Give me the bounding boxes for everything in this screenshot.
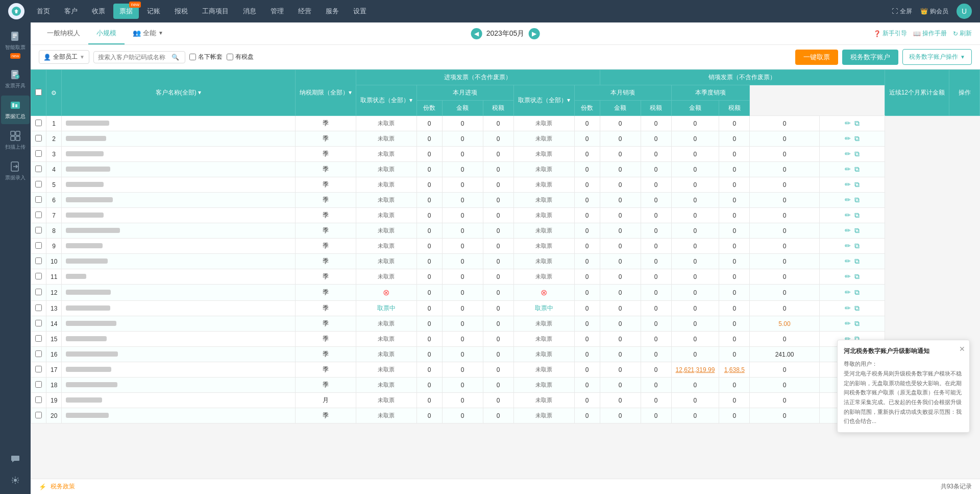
sidebar-item-scan[interactable]: 扫描上传 (1, 126, 30, 155)
copy-icon[interactable]: ⧉ (854, 257, 860, 265)
row-checkbox[interactable] (35, 335, 42, 342)
th-out-status[interactable]: 取票状态（全部）▾ (513, 85, 574, 116)
copy-icon[interactable]: ⧉ (854, 242, 860, 250)
edit-icon[interactable]: ✏ (845, 226, 851, 234)
edit-icon[interactable]: ✏ (845, 257, 851, 265)
row-refund-tax: 0 (719, 116, 750, 131)
my-account-checkbox[interactable] (189, 54, 196, 60)
sidebar-item-open-invoice[interactable]: + 发票开具 (1, 65, 30, 93)
tax-account-ops-btn[interactable]: 税务数字账户操作 ▼ (902, 49, 972, 65)
edit-icon[interactable]: ✏ (845, 180, 851, 189)
nav-tax[interactable]: 报税 (168, 4, 194, 19)
edit-icon[interactable]: ✏ (845, 211, 851, 219)
employee-select[interactable]: 👤 全部员工 ▼ (39, 50, 89, 64)
nav-management[interactable]: 管理 (264, 4, 290, 19)
row-checkbox[interactable] (35, 227, 42, 233)
notice-close-btn[interactable]: ✕ (959, 343, 965, 355)
copy-icon[interactable]: ⧉ (854, 288, 860, 296)
manual-btn[interactable]: 📖 操作手册 (913, 29, 947, 38)
row-checkbox[interactable] (35, 211, 42, 218)
edit-icon[interactable]: ✏ (845, 150, 851, 158)
refresh-btn[interactable]: ↻ 刷新 (953, 29, 972, 38)
nav-home[interactable]: 首页 (31, 4, 56, 19)
sidebar-item-chat[interactable] (1, 449, 30, 468)
row-checkbox[interactable] (35, 120, 42, 126)
search-icon[interactable]: 🔍 (172, 54, 179, 61)
edit-icon[interactable]: ✏ (845, 288, 851, 296)
row-checkbox[interactable] (35, 412, 42, 418)
select-all-checkbox[interactable] (35, 89, 42, 96)
nav-accounting[interactable]: 记账 (141, 4, 166, 19)
row-checkbox[interactable] (35, 304, 42, 311)
prev-period-btn[interactable]: ◀ (471, 28, 482, 39)
edit-icon[interactable]: ✏ (845, 165, 851, 173)
next-period-btn[interactable]: ▶ (528, 28, 540, 39)
fullscreen-btn[interactable]: ⛶ 全屏 (892, 7, 912, 16)
copy-icon[interactable]: ⧉ (854, 272, 860, 280)
status-processing: 取票中 (377, 304, 396, 312)
copy-icon[interactable]: ⧉ (854, 150, 860, 158)
edit-icon[interactable]: ✏ (845, 119, 851, 127)
copy-icon[interactable]: ⧉ (854, 319, 860, 327)
row-checkbox[interactable] (35, 150, 42, 157)
edit-icon[interactable]: ✏ (845, 196, 851, 204)
checkbox-my-account[interactable]: 名下帐套 (189, 53, 223, 61)
one-click-invoice-btn[interactable]: 一键取票 (795, 50, 838, 65)
row-checkbox[interactable] (35, 181, 42, 187)
copy-icon[interactable]: ⧉ (854, 180, 860, 189)
edit-icon[interactable]: ✏ (845, 134, 851, 143)
row-checkbox[interactable] (35, 166, 42, 172)
tax-disk-checkbox[interactable] (227, 54, 233, 60)
checkbox-tax-disk[interactable]: 有税盘 (227, 53, 254, 61)
row-checkbox[interactable] (35, 242, 42, 249)
tab-general-taxpayer[interactable]: 一般纳税人 (39, 22, 88, 44)
tax-policy-link[interactable]: 税务政策 (51, 482, 75, 491)
copy-icon[interactable]: ⧉ (854, 226, 860, 234)
nav-settings[interactable]: 设置 (347, 4, 373, 19)
column-settings-icon[interactable]: ⚙ (51, 89, 57, 97)
sidebar-item-settings[interactable] (1, 471, 30, 490)
th-in-status[interactable]: 取票状态（全部）▾ (356, 85, 416, 116)
guide-btn[interactable]: ❓ 新手引导 (873, 29, 907, 38)
copy-icon[interactable]: ⧉ (854, 119, 860, 127)
row-checkbox[interactable] (35, 320, 42, 326)
row-checkbox[interactable] (35, 366, 42, 372)
copy-icon[interactable]: ⧉ (854, 304, 860, 312)
edit-icon[interactable]: ✏ (845, 242, 851, 250)
edit-icon[interactable]: ✏ (845, 319, 851, 327)
sidebar-item-summary[interactable]: 票据汇总 (1, 96, 30, 124)
tab-all[interactable]: 👥 全能 ▼ (125, 22, 172, 44)
sidebar-item-smart-invoice[interactable]: 智能取票 new (1, 27, 30, 63)
tax-account-btn[interactable]: 税务数字账户 (842, 50, 898, 65)
sidebar-item-entry[interactable]: 票据录入 (1, 157, 30, 185)
row-checkbox[interactable] (35, 135, 42, 142)
copy-icon[interactable]: ⧉ (854, 165, 860, 173)
nav-commerce[interactable]: 工商项目 (196, 4, 235, 19)
row-checkbox[interactable] (35, 257, 42, 264)
th-client-name[interactable]: 客户名称(全部) ▾ (62, 70, 295, 116)
search-input[interactable] (98, 54, 169, 61)
vip-btn[interactable]: 👑 购会员 (920, 7, 948, 16)
copy-icon[interactable]: ⧉ (854, 196, 860, 204)
row-checkbox[interactable] (35, 381, 42, 388)
nav-operation[interactable]: 经营 (292, 4, 317, 19)
th-tax-period[interactable]: 纳税期限（全部）▾ (295, 70, 356, 116)
avatar[interactable]: U (957, 4, 972, 19)
copy-icon[interactable]: ⧉ (854, 134, 860, 143)
copy-icon[interactable]: ⧉ (854, 211, 860, 219)
nav-service[interactable]: 服务 (320, 4, 345, 19)
row-checkbox[interactable] (35, 396, 42, 403)
edit-icon[interactable]: ✏ (845, 304, 851, 312)
row-checkbox[interactable] (35, 350, 42, 357)
row-period: 季 (295, 116, 356, 131)
nav-invoice[interactable]: 票据 new (113, 4, 139, 19)
row-checkbox[interactable] (35, 196, 42, 203)
tab-small-scale[interactable]: 小规模 (88, 22, 125, 44)
row-checkbox[interactable] (35, 273, 42, 279)
row-checkbox[interactable] (35, 289, 42, 295)
edit-icon[interactable]: ✏ (845, 272, 851, 280)
nav-message[interactable]: 消息 (237, 4, 262, 19)
nav-customer[interactable]: 客户 (58, 4, 84, 19)
nav-receive[interactable]: 收票 (86, 4, 111, 19)
row-in-count: 0 (416, 254, 442, 269)
